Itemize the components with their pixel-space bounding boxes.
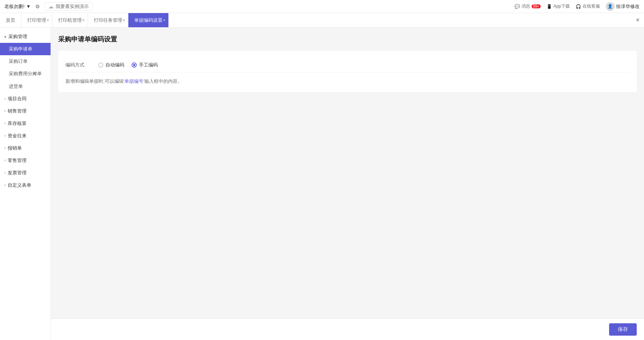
radio-auto-circle xyxy=(98,62,103,68)
content-area: 采购申请单编码设置 编码方式 自动编码 手工编码 xyxy=(51,28,644,340)
service-icon: 🎧 xyxy=(576,4,581,9)
page-title: 采购申请单编码设置 xyxy=(58,35,637,44)
sidebar-group-purchase-mgmt[interactable]: ▾ 采购管理 xyxy=(0,31,51,43)
chevron-right-icon-6: › xyxy=(4,158,5,162)
radio-manual-encoding[interactable]: 手工编码 xyxy=(132,62,158,68)
sidebar-item-purchase-expense[interactable]: 采购费用分摊单 xyxy=(0,68,51,80)
demo-button[interactable]: ☁ 我要看实例演示 xyxy=(44,2,93,11)
tab-print-mgmt-close[interactable]: × xyxy=(47,18,49,23)
message-icon: 💬 xyxy=(515,4,520,9)
top-bar-title-dropdown[interactable]: 老板勿删! ▼ xyxy=(4,3,31,10)
sidebar-group-inventory-calc[interactable]: › 库存核算 xyxy=(0,117,51,130)
user-info[interactable]: 👤 徐泽华修改 xyxy=(606,2,640,11)
message-badge: 99+ xyxy=(532,4,541,8)
radio-manual-circle xyxy=(132,62,137,68)
encoding-label: 编码方式 xyxy=(65,62,87,68)
chevron-down-icon: ▾ xyxy=(4,35,6,39)
sidebar-group-project-contract[interactable]: › 项目合同 xyxy=(0,93,51,105)
tab-bar: 首页 打印管理 × 打印机管理 × 打印任务管理 × 单据编码设置 × × xyxy=(0,13,644,28)
save-button[interactable]: 保存 xyxy=(609,323,637,336)
sidebar-group-return-order[interactable]: › 报销单 xyxy=(0,142,51,154)
close-all-tabs-button[interactable]: × xyxy=(631,13,644,27)
sidebar-item-purchase-request[interactable]: 采购申请单 xyxy=(0,43,51,55)
tab-print-task-mgmt-close[interactable]: × xyxy=(123,18,125,23)
tab-printer-mgmt[interactable]: 打印机管理 × xyxy=(52,13,88,27)
message-button[interactable]: 💬 消息 99+ xyxy=(515,3,541,9)
content-footer: 保存 xyxy=(51,319,644,340)
sidebar-item-stock-in-label: 进货单 xyxy=(9,84,23,89)
settings-icon[interactable]: ⚙ xyxy=(35,4,40,9)
chevron-right-icon-8: › xyxy=(4,183,5,187)
sidebar-group-retail-mgmt-label: 零售管理 xyxy=(8,157,27,164)
sidebar-group-return-order-label: 报销单 xyxy=(8,145,22,151)
hint-highlight: '单据编号' xyxy=(124,78,144,84)
radio-manual-label: 手工编码 xyxy=(139,62,158,68)
sidebar-item-purchase-order-label: 采购订单 xyxy=(9,58,28,64)
sidebar-group-fund-flow-label: 资金往来 xyxy=(8,133,27,139)
sidebar-group-fund-flow[interactable]: › 资金往来 xyxy=(0,130,51,142)
tab-single-code-settings-close[interactable]: × xyxy=(163,18,165,23)
dropdown-icon: ▼ xyxy=(26,4,31,9)
settings-card: 编码方式 自动编码 手工编码 新增和编辑单据时,可以编辑'单据编号'输入框中的内 xyxy=(58,51,637,92)
sidebar-group-retail-mgmt[interactable]: › 零售管理 xyxy=(0,154,51,167)
top-bar-title: 老板勿删! xyxy=(4,3,25,10)
avatar: 👤 xyxy=(606,2,615,11)
tab-printer-mgmt-label: 打印机管理 xyxy=(58,17,82,24)
tab-home[interactable]: 首页 xyxy=(0,13,21,27)
demo-label: 我要看实例演示 xyxy=(56,3,89,10)
tab-print-mgmt-label: 打印管理 xyxy=(27,17,46,24)
cloud-icon: ☁ xyxy=(48,4,53,9)
sidebar-item-purchase-request-label: 采购申请单 xyxy=(9,46,32,52)
hint-text: 新增和编辑单据时,可以编辑'单据编号'输入框中的内容。 xyxy=(65,78,629,85)
sidebar-item-purchase-order[interactable]: 采购订单 xyxy=(0,55,51,68)
download-icon: 📱 xyxy=(547,4,552,9)
chevron-right-icon-2: › xyxy=(4,109,5,113)
tab-printer-mgmt-close[interactable]: × xyxy=(82,18,85,23)
sidebar: ▾ 采购管理 采购申请单 采购订单 采购费用分摊单 进货单 › 项目合同 › 销… xyxy=(0,28,51,340)
tab-single-code-settings-label: 单据编码设置 xyxy=(134,17,163,24)
sidebar-item-stock-in[interactable]: 进货单 xyxy=(0,80,51,93)
content-inner: 采购申请单编码设置 编码方式 自动编码 手工编码 xyxy=(51,28,644,319)
radio-auto-encoding[interactable]: 自动编码 xyxy=(98,62,124,68)
sidebar-group-invoice-mgmt-label: 发票管理 xyxy=(8,170,27,176)
online-service-label: 在线客服 xyxy=(583,3,600,9)
sidebar-group-custom-form[interactable]: › 自定义表单 xyxy=(0,179,51,191)
online-service-button[interactable]: 🎧 在线客服 xyxy=(576,3,600,9)
chevron-right-icon-4: › xyxy=(4,134,5,138)
chevron-right-icon-3: › xyxy=(4,121,5,125)
sidebar-group-invoice-mgmt[interactable]: › 发票管理 xyxy=(0,167,51,179)
encoding-row: 编码方式 自动编码 手工编码 xyxy=(65,58,629,72)
chevron-right-icon-5: › xyxy=(4,146,5,150)
tab-print-task-mgmt[interactable]: 打印任务管理 × xyxy=(88,13,128,27)
app-download-label: App下载 xyxy=(553,3,570,9)
sidebar-group-sales-mgmt[interactable]: › 销售管理 xyxy=(0,105,51,117)
user-name: 徐泽华修改 xyxy=(616,3,640,10)
radio-group: 自动编码 手工编码 xyxy=(98,62,158,68)
sidebar-group-inventory-calc-label: 库存核算 xyxy=(8,120,27,127)
sidebar-group-project-contract-label: 项目合同 xyxy=(8,96,27,102)
radio-auto-label: 自动编码 xyxy=(105,62,124,68)
chevron-right-icon: › xyxy=(4,97,5,101)
tab-print-mgmt[interactable]: 打印管理 × xyxy=(21,13,52,27)
top-bar: 老板勿删! ▼ ⚙ ☁ 我要看实例演示 💬 消息 99+ 📱 App下载 🎧 在… xyxy=(0,0,644,13)
tab-print-task-mgmt-label: 打印任务管理 xyxy=(94,17,122,24)
sidebar-item-purchase-expense-label: 采购费用分摊单 xyxy=(9,71,42,76)
tab-home-label: 首页 xyxy=(6,17,15,24)
sidebar-group-sales-mgmt-label: 销售管理 xyxy=(8,108,27,114)
sidebar-group-purchase-mgmt-label: 采购管理 xyxy=(8,33,27,40)
tab-single-code-settings[interactable]: 单据编码设置 × xyxy=(128,13,169,27)
message-label: 消息 xyxy=(521,3,530,9)
app-download-button[interactable]: 📱 App下载 xyxy=(547,3,570,9)
chevron-right-icon-7: › xyxy=(4,171,5,175)
sidebar-group-custom-form-label: 自定义表单 xyxy=(8,182,31,189)
top-bar-left: 老板勿删! ▼ ⚙ ☁ 我要看实例演示 xyxy=(4,2,93,11)
main-layout: ▾ 采购管理 采购申请单 采购订单 采购费用分摊单 进货单 › 项目合同 › 销… xyxy=(0,28,644,340)
top-bar-right: 💬 消息 99+ 📱 App下载 🎧 在线客服 👤 徐泽华修改 xyxy=(515,2,640,11)
